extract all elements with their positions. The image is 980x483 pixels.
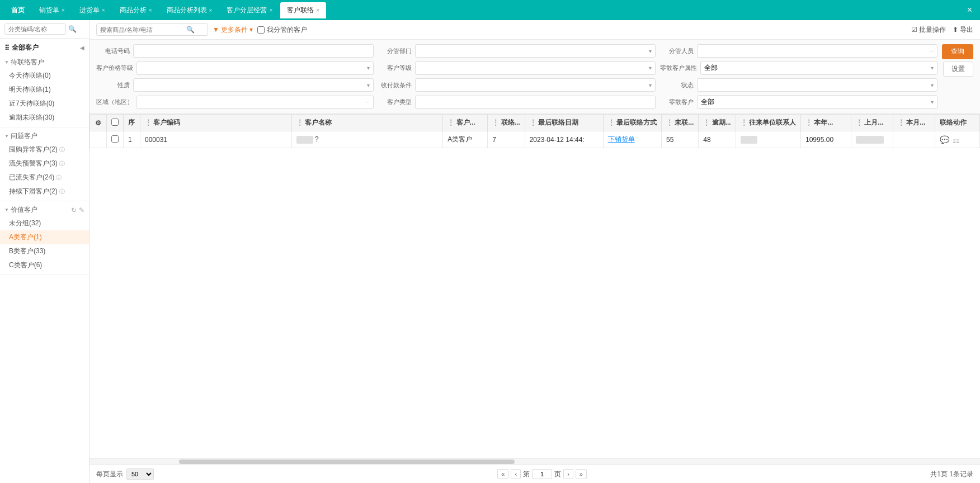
- close-tab-purchase[interactable]: ×: [102, 7, 105, 13]
- th-last-date[interactable]: ⋮ 最后联络日期: [525, 115, 603, 131]
- top-nav: 首页 销货单 × 进货单 × 商品分析 × 商品分析列表 × 客户分层经营 × …: [0, 0, 980, 20]
- th-contact-person[interactable]: ⋮ 往来单位联系人: [736, 115, 800, 131]
- td-overdue: 48: [699, 131, 736, 148]
- tab-home[interactable]: 首页: [4, 2, 31, 18]
- sidebar-all-customers-title[interactable]: ⠿ 全部客户: [4, 43, 39, 53]
- toolbar-search-box[interactable]: 🔍: [96, 23, 208, 36]
- scrollbar-thumb[interactable]: [179, 460, 515, 464]
- sidebar-search-icon[interactable]: 🔍: [68, 25, 77, 33]
- my-customer-checkbox-area[interactable]: 我分管的客户: [257, 25, 307, 35]
- sidebar-search-input[interactable]: [4, 23, 66, 35]
- close-all-btn[interactable]: ×: [964, 4, 976, 16]
- last-method-link[interactable]: 下销货单: [608, 135, 635, 143]
- next-page-btn[interactable]: ›: [563, 469, 573, 479]
- per-page-select[interactable]: 50 100 200: [126, 468, 154, 480]
- filter-customer-grade-select[interactable]: ▾: [415, 61, 656, 75]
- sidebar-group-pending: ▼ 待联络客户 今天待联络(0) 明天待联络(1) 近7天待联络(0) 逾期未联…: [0, 55, 89, 127]
- sidebar-item-tomorrow[interactable]: 明天待联络(1): [0, 83, 89, 97]
- setting-btn[interactable]: 设置: [943, 61, 973, 77]
- th-last-method[interactable]: ⋮ 最后联络方式: [603, 115, 661, 131]
- sidebar-item-declining[interactable]: 持续下滑客户(2) ⓘ: [0, 184, 89, 198]
- th-contact-count[interactable]: ⋮ 联络...: [488, 115, 525, 131]
- batch-ops-btn[interactable]: ☑ 批量操作: [911, 25, 946, 35]
- filter-region-select[interactable]: ···: [136, 96, 374, 109]
- tab-sales[interactable]: 销货单 ×: [32, 2, 72, 18]
- row-checkbox[interactable]: [111, 135, 119, 143]
- sidebar-item-hoarding[interactable]: 囤购异常客户(2) ⓘ: [0, 143, 89, 157]
- qr-icon[interactable]: ⚏: [953, 135, 960, 144]
- filter-customer-type-select[interactable]: [415, 96, 656, 109]
- arrow-icon-7: ▾: [931, 82, 934, 88]
- sidebar-item-churn-warning[interactable]: 流失预警客户(3) ⓘ: [0, 157, 89, 171]
- sidebar-item-a-class[interactable]: A类客户(1): [0, 230, 89, 244]
- td-check[interactable]: [107, 131, 124, 148]
- arrow-icon-3: ▾: [649, 65, 652, 71]
- export-btn[interactable]: ⬆ 导出: [953, 25, 973, 35]
- sidebar-section-value[interactable]: ▼ 价值客户 ↻ ✎: [0, 202, 89, 216]
- page-input[interactable]: [532, 469, 552, 479]
- tab-goods-analysis[interactable]: 商品分析 ×: [113, 2, 159, 18]
- filter-phone-input[interactable]: [133, 44, 374, 58]
- filter-person: 分管人员 ···: [660, 44, 937, 58]
- sort-icon-11: ⋮: [856, 119, 863, 126]
- tab-customer-tier[interactable]: 客户分层经营 ×: [220, 2, 279, 18]
- th-overdue[interactable]: ⋮ 逾期...: [699, 115, 736, 131]
- first-page-btn[interactable]: «: [497, 469, 508, 479]
- filter-dept-select[interactable]: ▾: [415, 44, 656, 58]
- sidebar-item-overdue[interactable]: 逾期未联络(30): [0, 111, 89, 125]
- toolbar-search-input[interactable]: [100, 26, 184, 33]
- toolbar-search-icon[interactable]: 🔍: [186, 26, 195, 34]
- td-action: 💬 ⚏: [935, 131, 980, 148]
- filter-status-select[interactable]: ▾: [697, 78, 937, 92]
- filter-dept-label: 分管部门: [378, 47, 412, 55]
- filter-sparse-customer-select[interactable]: 全部 ▾: [697, 95, 937, 109]
- th-no-contact[interactable]: ⋮ 未联...: [661, 115, 698, 131]
- sidebar-item-churned[interactable]: 已流失客户(24) ⓘ: [0, 171, 89, 184]
- message-icon[interactable]: 💬: [940, 135, 949, 144]
- th-code[interactable]: ⋮ 客户编码: [140, 115, 292, 131]
- th-year-amount[interactable]: ⋮ 本年...: [801, 115, 851, 131]
- tab-goods-analysis-list[interactable]: 商品分析列表 ×: [160, 2, 219, 18]
- th-check[interactable]: [107, 115, 124, 131]
- query-btn[interactable]: 查询: [942, 44, 973, 59]
- my-customer-checkbox[interactable]: [257, 26, 265, 34]
- th-this-month[interactable]: ⋮ 本月...: [893, 115, 935, 131]
- refresh-icon[interactable]: ↻: [71, 206, 77, 214]
- close-tab-sales[interactable]: ×: [62, 7, 65, 13]
- customer-table: ⚙ 序 ⋮ 客户编码 ⋮ 客户名称 ⋮ 客户...: [89, 114, 980, 148]
- horizontal-scrollbar[interactable]: [89, 458, 980, 465]
- filter-price-grade-select[interactable]: ▾: [136, 61, 374, 75]
- filter-more-btn[interactable]: ▼ 更多条件 ▾: [213, 25, 253, 35]
- sidebar-section-problem[interactable]: ▼ 问题客户: [0, 129, 89, 143]
- close-tab-customer-contact[interactable]: ×: [316, 7, 319, 13]
- close-tab-goods-analysis[interactable]: ×: [149, 7, 152, 13]
- sidebar-section-pending[interactable]: ▼ 待联络客户: [0, 55, 89, 69]
- th-name[interactable]: ⋮ 客户名称: [291, 115, 443, 131]
- th-last-month[interactable]: ⋮ 上月...: [851, 115, 893, 131]
- close-tab-goods-analysis-list[interactable]: ×: [209, 7, 213, 13]
- sidebar-item-ungrouped[interactable]: 未分组(32): [0, 216, 89, 230]
- prev-page-btn[interactable]: ‹: [511, 469, 521, 479]
- sidebar-item-today[interactable]: 今天待联络(0): [0, 69, 89, 83]
- info-icon-2: ⓘ: [59, 160, 65, 167]
- th-settings[interactable]: ⚙: [90, 115, 107, 131]
- td-index: 1: [124, 131, 140, 148]
- sidebar-item-c-class[interactable]: C类客户(6): [0, 258, 89, 272]
- filter-payment-select[interactable]: ▾: [415, 78, 656, 92]
- select-all-checkbox[interactable]: [111, 119, 119, 126]
- filter-customer-grade: 客户等级 ▾: [378, 61, 656, 75]
- close-tab-customer-tier[interactable]: ×: [269, 7, 272, 13]
- sidebar-item-b-class[interactable]: B类客户(33): [0, 244, 89, 258]
- edit-icon[interactable]: ✎: [79, 206, 84, 214]
- sidebar-collapse-btn[interactable]: ◀: [80, 45, 84, 51]
- tab-customer-contact[interactable]: 客户联络 ×: [280, 2, 326, 18]
- filter-sparse-attr-select[interactable]: 全部 ▾: [700, 61, 937, 75]
- last-page-btn[interactable]: »: [576, 469, 587, 479]
- sidebar-item-7days[interactable]: 近7天待联络(0): [0, 97, 89, 111]
- th-grade[interactable]: ⋮ 客户...: [443, 115, 488, 131]
- filter-person-select[interactable]: ···: [697, 44, 937, 58]
- grid-icon: ⠿: [4, 44, 10, 52]
- tab-purchase[interactable]: 进货单 ×: [73, 2, 112, 18]
- td-no-contact: 55: [661, 131, 698, 148]
- filter-nature-select[interactable]: ▾: [133, 78, 374, 92]
